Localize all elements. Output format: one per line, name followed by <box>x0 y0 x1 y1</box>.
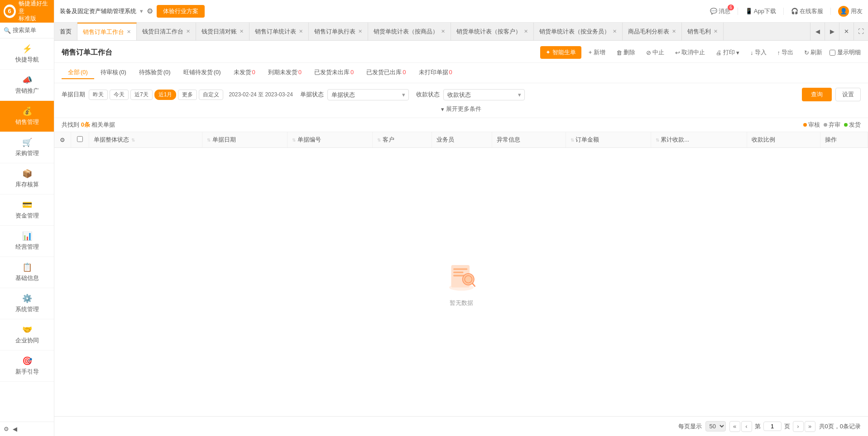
tab-close-icon[interactable]: ✕ <box>672 28 676 34</box>
tab-sales-by-customer[interactable]: 销货单统计表（按客户） ✕ <box>451 23 534 41</box>
cancel-stop-button[interactable]: ↩ 取消中止 <box>671 47 709 58</box>
sidebar-item-quick-nav[interactable]: ⚡ 快捷导航 <box>0 38 54 70</box>
user-area[interactable]: 👤 用友 <box>838 6 863 17</box>
smart-order-button[interactable]: ✦ 智能生单 <box>540 46 581 59</box>
select-all-checkbox[interactable] <box>77 136 83 142</box>
online-service-item[interactable]: 🎧 在线客服 <box>791 7 823 15</box>
page-nav: « ‹ 第 页 › » <box>729 421 815 432</box>
tab-sales-workbench[interactable]: 销售订单工作台 ✕ <box>77 23 137 41</box>
col-header-date[interactable]: ⇅ 单据日期 <box>202 132 287 148</box>
page-input[interactable] <box>763 422 782 431</box>
sidebar-item-purchase[interactable]: 🛒 采购管理 <box>0 132 54 163</box>
tab-close-icon[interactable]: ✕ <box>186 28 190 34</box>
sidebar-item-marketing[interactable]: 📣 营销推广 <box>0 70 54 101</box>
message-icon-item[interactable]: 💬 6 消息 <box>710 7 730 15</box>
tab-close-icon[interactable]: ✕ <box>524 28 528 34</box>
payment-select[interactable]: 收款状态 <box>443 89 525 100</box>
page-next-button[interactable]: › <box>793 421 804 432</box>
import-button[interactable]: ↓ 导入 <box>747 47 770 58</box>
tab-expand-button[interactable]: ⛶ <box>854 23 868 41</box>
tab-scroll-left-button[interactable]: ◀ <box>810 23 825 41</box>
stop-button[interactable]: ⊘ 中止 <box>643 47 668 58</box>
date-btn-today[interactable]: 今天 <box>110 90 129 100</box>
expand-conditions-button[interactable]: ▾ 展开更多条件 <box>441 105 481 113</box>
tab-close-icon[interactable]: ✕ <box>714 28 718 34</box>
cancel-review-action-button[interactable]: 弃审 <box>824 121 840 129</box>
sidebar-item-search[interactable]: 🔍 搜索菜单 <box>0 23 54 38</box>
settings-col-header[interactable]: ⚙ <box>54 132 71 148</box>
logo-text: 畅捷通好生意 标准版 <box>19 0 50 23</box>
tab-scroll-right-button[interactable]: ▶ <box>825 23 839 41</box>
app-download-item[interactable]: 📱 App下载 <box>745 7 776 15</box>
tab-sales-exec[interactable]: 销售订单执行表 ✕ <box>309 23 368 41</box>
date-btn-1month[interactable]: 近1月 <box>154 90 177 100</box>
settings-icon[interactable]: ⚙ <box>4 426 9 432</box>
sidebar-item-system[interactable]: ⚙️ 系统管理 <box>0 288 54 319</box>
col-header-customer[interactable]: ⇅ 客户 <box>373 132 432 148</box>
sidebar-item-finance[interactable]: 💳 资金管理 <box>0 194 54 226</box>
col-header-cumulative[interactable]: ⇅ 累计收款... <box>651 132 747 148</box>
col-header-amount[interactable]: ⇅ 订单金额 <box>566 132 651 148</box>
sidebar-item-guide[interactable]: 🎯 新手引导 <box>0 351 54 382</box>
filter-tab-all[interactable]: 全部(0) <box>62 66 94 79</box>
query-button[interactable]: 查询 <box>802 88 832 101</box>
industry-solution-button[interactable]: 体验行业方案 <box>157 5 205 18</box>
filter-tab-overdue[interactable]: 到期未发货0 <box>262 66 308 79</box>
tab-close-icon[interactable]: ✕ <box>441 28 445 34</box>
page-first-button[interactable]: « <box>729 421 740 432</box>
filter-tab-shipped-not-out[interactable]: 已发货未出库0 <box>308 66 360 79</box>
page-total: 共0页，0条记录 <box>819 422 861 431</box>
checkbox-col-header[interactable] <box>71 132 89 148</box>
tab-close-all-button[interactable]: ✕ <box>839 23 854 41</box>
date-btn-custom[interactable]: 自定义 <box>199 90 223 100</box>
sidebar-item-cooperation[interactable]: 🤝 企业协同 <box>0 319 54 351</box>
filter-tab-shipped-out[interactable]: 已发货已出库0 <box>360 66 412 79</box>
sidebar-item-sales[interactable]: 💰 销售管理 <box>0 101 54 132</box>
sidebar-item-inventory[interactable]: 📦 库存核算 <box>0 163 54 194</box>
print-button[interactable]: 🖨 打印 ▾ <box>712 47 743 58</box>
sidebar-item-label: 营销推广 <box>15 87 39 95</box>
filter-tab-pending-review[interactable]: 待审核(0) <box>94 66 133 79</box>
refresh-button[interactable]: ↻ 刷新 <box>801 47 826 58</box>
export-button[interactable]: ↑ 导出 <box>774 47 797 58</box>
tab-close-icon[interactable]: ✕ <box>613 28 617 34</box>
filter-tab-not-shipped[interactable]: 未发货0 <box>227 66 262 79</box>
tab-sales-stats[interactable]: 销售订单统计表 ✕ <box>249 23 309 41</box>
filter-tab-wangpu-ship[interactable]: 旺铺待发货(0) <box>177 66 227 79</box>
settings-button[interactable]: 设置 <box>835 88 861 101</box>
tab-sales-by-product[interactable]: 销货单统计表（按商品） ✕ <box>368 23 451 41</box>
per-page-select[interactable]: 50 <box>705 421 726 431</box>
sidebar-item-basic-info[interactable]: 📋 基础信息 <box>0 257 54 288</box>
tab-close-icon[interactable]: ✕ <box>358 28 362 34</box>
show-detail-checkbox[interactable] <box>830 50 835 56</box>
show-detail-checkbox-label[interactable]: 显示明细 <box>830 48 861 57</box>
topbar-settings-icon[interactable]: ⚙ <box>147 7 153 15</box>
collapse-icon[interactable]: ◀ <box>13 426 17 432</box>
date-btn-7days[interactable]: 近7天 <box>130 90 153 100</box>
print-arrow-icon: ▾ <box>736 49 739 56</box>
page-last-button[interactable]: » <box>805 421 815 432</box>
status-select[interactable]: 单据状态 <box>327 89 409 100</box>
tab-sales-margin[interactable]: 销售毛利 ✕ <box>682 23 724 41</box>
tab-margin-analysis[interactable]: 商品毛利分析表 ✕ <box>623 23 682 41</box>
tab-home[interactable]: 首页 <box>54 23 77 41</box>
tab-close-icon[interactable]: ✕ <box>240 28 244 34</box>
delete-button[interactable]: 🗑 删除 <box>613 47 639 58</box>
ship-action-button[interactable]: 发货 <box>844 121 861 129</box>
date-btn-more[interactable]: 更多 <box>178 90 197 100</box>
page-prev-button[interactable]: ‹ <box>741 421 752 432</box>
tab-close-icon[interactable]: ✕ <box>299 28 303 34</box>
tab-sales-by-staff[interactable]: 销货单统计表（按业务员） ✕ <box>534 23 623 41</box>
page-label: 第 <box>755 422 761 431</box>
tab-reconcile[interactable]: 钱货日清对账 ✕ <box>196 23 249 41</box>
tab-close-icon[interactable]: ✕ <box>127 29 131 35</box>
tab-cash-daily[interactable]: 钱货日清工作台 ✕ <box>137 23 196 41</box>
filter-tab-not-printed[interactable]: 未打印单据0 <box>412 66 459 79</box>
col-header-status[interactable]: 单据整体状态 ⇅ <box>89 132 202 148</box>
date-btn-yesterday[interactable]: 昨天 <box>89 90 108 100</box>
col-header-number[interactable]: ⇅ 单据编号 <box>288 132 373 148</box>
filter-tab-pending-pick[interactable]: 待拣验货(0) <box>133 66 177 79</box>
review-action-button[interactable]: 审核 <box>803 121 820 129</box>
add-button[interactable]: + 新增 <box>585 47 609 58</box>
sidebar-item-operations[interactable]: 📊 经营管理 <box>0 226 54 257</box>
